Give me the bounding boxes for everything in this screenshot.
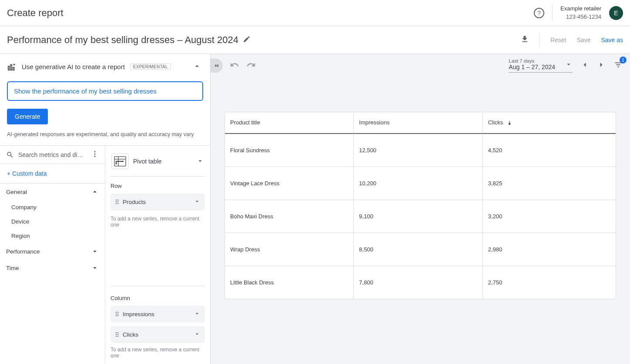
custom-data-button[interactable]: + Custom data xyxy=(0,164,105,184)
ai-heading: Use generative AI to create a report xyxy=(22,63,125,70)
column-chip-clicks[interactable]: ⠿ Clicks xyxy=(111,326,205,343)
chevron-down-icon xyxy=(194,198,201,206)
svg-point-4 xyxy=(94,154,96,155)
column-header-clicks[interactable]: Clicks xyxy=(483,112,616,134)
divider xyxy=(540,33,540,47)
toolbar-right: Last 7 days Aug 1 – 27, 2024 1 xyxy=(509,58,623,73)
row-section-label: Row xyxy=(111,183,205,189)
top-right: ? Example retailer 123-456-1234 E xyxy=(534,5,623,20)
chip-label: Products xyxy=(123,199,190,205)
column-header-clicks-label: Clicks xyxy=(488,119,503,126)
canvas: Product title Impressions Clicks Floral … xyxy=(211,77,630,364)
column-header-product[interactable]: Product title xyxy=(225,112,354,134)
svg-rect-1 xyxy=(10,64,12,70)
row-hint: To add a new series, remove a current on… xyxy=(111,216,205,228)
drag-handle-icon[interactable]: ⠿ xyxy=(115,199,119,206)
ai-prompt-input[interactable] xyxy=(7,81,203,101)
account-info[interactable]: Example retailer 123-456-1234 xyxy=(560,5,601,20)
cell-product: Floral Sundress xyxy=(225,134,354,167)
row-chip-products[interactable]: ⠿ Products xyxy=(111,194,205,210)
ai-header: Use generative AI to create a report EXP… xyxy=(7,60,203,73)
lower-panels: Search metrics and dimen… + Custom data … xyxy=(0,146,210,364)
visualization-name: Pivot table xyxy=(133,158,192,165)
account-id: 123-456-1234 xyxy=(560,13,601,21)
table-row[interactable]: Floral Sundress12,5004,520 xyxy=(225,134,616,167)
subitem-device[interactable]: Device xyxy=(0,214,105,229)
visualization-selector[interactable]: Pivot table xyxy=(111,151,205,177)
experimental-badge: EXPERIMENTAL xyxy=(130,63,171,70)
cell-product: Boho Maxi Dress xyxy=(225,200,354,233)
edit-title-icon[interactable] xyxy=(243,35,251,44)
column-section: Column ⠿ Impressions ⠿ Clicks To add a n… xyxy=(111,286,205,359)
column-chip-impressions[interactable]: ⠿ Impressions xyxy=(111,306,205,323)
cell-product: Wrap Dress xyxy=(225,233,354,266)
save-as-button[interactable]: Save as xyxy=(601,37,623,43)
svg-rect-0 xyxy=(8,66,10,70)
table-row[interactable]: Vintage Lace Dress10,2003,825 xyxy=(225,167,616,200)
reset-button[interactable]: Reset xyxy=(550,37,566,43)
subitem-company[interactable]: Company xyxy=(0,200,105,214)
cell-clicks: 4,520 xyxy=(483,134,616,167)
right-panel: Last 7 days Aug 1 – 27, 2024 1 xyxy=(211,54,630,364)
drag-handle-icon[interactable]: ⠿ xyxy=(115,311,119,318)
account-name: Example retailer xyxy=(560,5,601,13)
table-row[interactable]: Boho Maxi Dress9,1003,200 xyxy=(225,200,616,233)
chip-label: Clicks xyxy=(123,331,190,338)
page-title: Create report xyxy=(7,7,64,19)
redo-button[interactable] xyxy=(246,60,256,71)
table-row[interactable]: Little Black Dress7,8002,750 xyxy=(225,266,616,299)
divider xyxy=(552,5,553,21)
ai-sparkle-icon xyxy=(7,62,17,72)
top-header: Create report ? Example retailer 123-456… xyxy=(0,0,630,26)
svg-point-3 xyxy=(94,151,96,152)
column-header-impressions[interactable]: Impressions xyxy=(354,112,483,134)
category-time[interactable]: Time xyxy=(0,260,105,276)
next-period-button[interactable] xyxy=(597,60,606,70)
prev-period-button[interactable] xyxy=(580,60,589,70)
search-placeholder: Search metrics and dimen… xyxy=(18,151,87,158)
date-nav-arrows xyxy=(580,60,606,70)
filter-button[interactable]: 1 xyxy=(613,60,623,71)
pivot-table-icon xyxy=(111,154,129,169)
canvas-toolbar: Last 7 days Aug 1 – 27, 2024 1 xyxy=(211,54,630,77)
download-icon[interactable] xyxy=(520,35,529,45)
filter-count-badge: 1 xyxy=(620,57,627,63)
ai-section: Use generative AI to create a report EXP… xyxy=(0,54,210,146)
spacer xyxy=(111,228,205,286)
chevron-down-icon xyxy=(91,247,99,255)
search-icon xyxy=(6,151,14,159)
more-icon[interactable] xyxy=(91,150,99,159)
cell-impressions: 8,500 xyxy=(354,233,483,266)
table-row[interactable]: Wrap Dress8,5002,980 xyxy=(225,233,616,266)
table-header-row: Product title Impressions Clicks xyxy=(225,112,616,134)
category-performance[interactable]: Performance xyxy=(0,243,105,260)
chevron-down-icon xyxy=(194,310,201,318)
date-range-value: Aug 1 – 27, 2024 xyxy=(509,63,555,70)
category-general[interactable]: General xyxy=(0,184,105,200)
search-row[interactable]: Search metrics and dimen… xyxy=(0,146,105,164)
collapse-icon[interactable] xyxy=(191,60,203,73)
column-section-label: Column xyxy=(111,295,205,301)
drag-handle-icon[interactable]: ⠿ xyxy=(115,331,119,338)
cell-clicks: 2,980 xyxy=(483,233,616,266)
chip-label: Impressions xyxy=(123,311,190,317)
chevron-down-icon xyxy=(194,331,201,339)
ai-header-left: Use generative AI to create a report EXP… xyxy=(7,62,171,72)
generate-button[interactable]: Generate xyxy=(7,109,48,124)
ai-disclaimer: AI-generated responses are experimental,… xyxy=(7,131,203,137)
report-title: Performance of my best selling dresses –… xyxy=(7,34,238,46)
date-range-selector[interactable]: Last 7 days Aug 1 – 27, 2024 xyxy=(509,58,573,73)
column-hint: To add a new series, remove a current on… xyxy=(111,347,205,359)
category-label: Performance xyxy=(6,248,40,255)
filter-icon xyxy=(613,64,623,71)
subitem-region[interactable]: Region xyxy=(0,229,105,243)
undo-button[interactable] xyxy=(230,60,239,71)
collapse-panel-button[interactable] xyxy=(211,59,223,73)
avatar[interactable]: E xyxy=(609,6,623,20)
save-button[interactable]: Save xyxy=(576,37,590,43)
title-left: Performance of my best selling dresses –… xyxy=(7,34,251,46)
svg-point-5 xyxy=(94,156,96,157)
data-table: Product title Impressions Clicks Floral … xyxy=(225,112,616,299)
category-label: Time xyxy=(6,265,19,271)
help-icon[interactable]: ? xyxy=(534,8,544,18)
